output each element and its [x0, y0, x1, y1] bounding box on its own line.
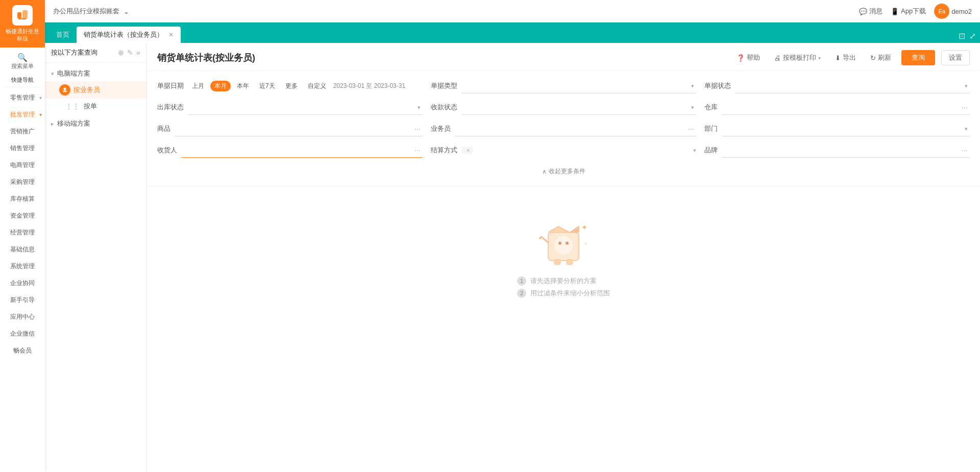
refresh-btn[interactable]: ↻ 刷新: [866, 51, 895, 64]
filter-row-2: 出库状态 ▾ 收款状态 ▾: [157, 100, 970, 115]
sidebar-item-basic[interactable]: 基础信息: [0, 241, 45, 258]
tree-sub-by-order[interactable]: ⋮⋮ 按单: [45, 99, 146, 114]
svg-rect-0: [17, 12, 21, 18]
ecom-label: 电商管理: [10, 161, 35, 170]
user-menu[interactable]: Ea demo2: [934, 4, 972, 19]
warehouse-input[interactable]: [722, 100, 970, 115]
export-btn[interactable]: ⬇ 导出: [831, 51, 860, 64]
sidebar-item-system[interactable]: 系统管理: [0, 258, 45, 275]
sidebar-item-sales[interactable]: 销售管理: [0, 140, 45, 157]
filter-goods: 商品 ···: [157, 121, 423, 136]
industry-name: 办公用品行业模拟账套: [53, 7, 119, 16]
order-icon: ⋮⋮: [65, 102, 80, 110]
sidebar-item-newbie[interactable]: 新手引导: [0, 292, 45, 309]
sidebar-item-operation[interactable]: 经营管理: [0, 224, 45, 241]
left-panel-title: 按以下方案查询: [51, 48, 97, 57]
date-btn-more[interactable]: 更多: [281, 81, 302, 91]
svg-point-6: [558, 242, 561, 245]
salesperson-input[interactable]: [455, 121, 696, 136]
tab-close-icon[interactable]: ✕: [168, 31, 174, 38]
settings-button[interactable]: 设置: [941, 50, 970, 65]
sidebar-item-marketing[interactable]: 营销推广: [0, 123, 45, 140]
stock-status-input[interactable]: [188, 100, 423, 115]
query-button[interactable]: 查询: [901, 50, 935, 65]
print-icon: 🖨: [774, 54, 781, 62]
download-icon: 📱: [891, 8, 899, 15]
payment-method-label: 结算方式: [431, 146, 457, 155]
brand-label: 品牌: [704, 146, 718, 155]
doc-status-input[interactable]: [735, 78, 970, 93]
tree-child-by-staff[interactable]: 按业务员: [45, 81, 146, 99]
filter-stock-status: 出库状态 ▾: [157, 100, 423, 115]
tab-sales-stat[interactable]: 销货单统计表（按业务员） ✕: [77, 27, 181, 43]
sidebar-item-wholesale[interactable]: 批发管理 ▾: [0, 106, 45, 123]
content-wrapper: 按以下方案查询 ⊕ ✎ « ▾ 电脑端方案: [45, 43, 980, 472]
sidebar-item-coop[interactable]: 企业协同: [0, 275, 45, 292]
doc-type-select-wrap: ▾: [461, 78, 696, 93]
goods-input[interactable]: [175, 121, 423, 136]
sidebar-item-finance[interactable]: 资金管理: [0, 207, 45, 224]
message-btn[interactable]: 💬 消息: [859, 7, 883, 16]
filter-doc-status: 单据状态 ▾: [704, 78, 970, 93]
add-plan-icon[interactable]: ⊕: [118, 49, 124, 57]
tree-mobile-label: 移动端方案: [57, 119, 90, 128]
sidebar-item-purchase[interactable]: 采购管理: [0, 174, 45, 191]
sidebar-item-ecom[interactable]: 电商管理: [0, 157, 45, 174]
sidebar-item-member[interactable]: 畅会员: [0, 342, 45, 359]
filter-warehouse: 仓库 ···: [704, 100, 970, 115]
sidebar-item-appstore[interactable]: 应用中心: [0, 309, 45, 325]
tab-restore-icon[interactable]: ⊡: [959, 31, 965, 41]
tab-home-label: 首页: [56, 30, 69, 39]
tip-num-1: 1: [517, 276, 526, 286]
basic-label: 基础信息: [10, 245, 35, 254]
warehouse-select-wrap: ···: [722, 100, 970, 115]
tip-text-1: 请先选择要分析的方案: [530, 276, 597, 286]
receipt-status-select-wrap: ▾: [461, 100, 696, 115]
edit-plan-icon[interactable]: ✎: [127, 49, 133, 57]
date-btn-7days[interactable]: 近7天: [255, 81, 279, 91]
breadcrumb: 办公用品行业模拟账套 ⌄: [53, 7, 129, 16]
app-logo[interactable]: 畅捷通好生意 标版: [0, 0, 45, 48]
tab-expand-icon[interactable]: ⤢: [969, 31, 976, 41]
refresh-label: 刷新: [878, 53, 891, 62]
header-actions: 💬 消息 📱 App下载 Ea demo2: [859, 4, 972, 19]
date-filter: 上月 本月 本年 近7天 更多 自定义 2023-03-01 至 2023-03…: [188, 81, 423, 91]
sidebar-item-inventory[interactable]: 库存核算: [0, 191, 45, 207]
brand-input[interactable]: [722, 143, 970, 158]
left-panel-header: 按以下方案查询 ⊕ ✎ «: [45, 43, 146, 63]
sidebar-item-retail[interactable]: 零售管理 ▾: [0, 89, 45, 106]
department-label: 部门: [704, 124, 718, 133]
svg-line-13: [541, 237, 548, 243]
doc-type-input[interactable]: [461, 78, 696, 93]
sidebar-item-wechat[interactable]: 企业微信: [0, 325, 45, 342]
tab-home[interactable]: 首页: [49, 27, 77, 43]
tip-text-2: 用过滤条件来缩小分析范围: [530, 289, 610, 298]
date-btn-custom[interactable]: 自定义: [304, 81, 330, 91]
help-btn[interactable]: ❓ 帮助: [732, 51, 764, 64]
sidebar-item-quick-nav[interactable]: 快捷导航: [0, 73, 45, 85]
collapse-btn[interactable]: ∧ 收起更多条件: [157, 164, 970, 179]
date-btn-this-month[interactable]: 本月: [210, 81, 231, 91]
receipt-status-label: 收款状态: [431, 103, 457, 112]
receiver-input[interactable]: [181, 143, 423, 158]
by-order-label: 按单: [84, 102, 97, 111]
date-btn-last-month[interactable]: 上月: [188, 81, 208, 91]
svg-point-5: [554, 236, 573, 254]
sidebar-item-search[interactable]: 🔍 搜索菜单: [0, 48, 45, 73]
logo-icon: [12, 5, 33, 26]
page-actions: ❓ 帮助 🖨 按模板打印 ▾ ⬇ 导出 ↻: [732, 50, 970, 65]
download-btn[interactable]: 📱 App下载: [891, 7, 926, 16]
receipt-status-input[interactable]: [461, 100, 696, 115]
tree-item-desktop[interactable]: ▾ 电脑端方案: [45, 66, 146, 81]
department-input[interactable]: [722, 121, 970, 136]
date-btn-this-year[interactable]: 本年: [233, 81, 253, 91]
doc-status-label: 单据状态: [704, 81, 731, 90]
tree-item-mobile[interactable]: ▸ 移动端方案: [45, 116, 146, 131]
retail-arrow: ▾: [39, 95, 42, 101]
message-label: 消息: [869, 7, 883, 16]
print-btn[interactable]: 🖨 按模板打印 ▾: [770, 51, 825, 64]
left-panel: 按以下方案查询 ⊕ ✎ « ▾ 电脑端方案: [45, 43, 147, 472]
brand-select-wrap: ···: [722, 143, 970, 158]
collapse-panel-icon[interactable]: «: [136, 49, 140, 57]
payment-tag-close-icon[interactable]: ×: [467, 147, 470, 153]
